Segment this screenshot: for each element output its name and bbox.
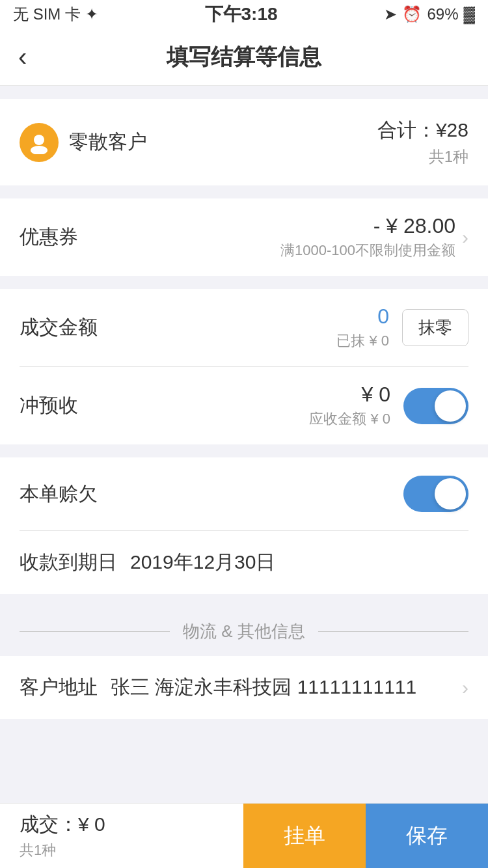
customer-row: 零散客户 合计：¥28 共1种 (0, 99, 488, 185)
chevron-right-icon: › (462, 226, 468, 249)
status-time: 下午3:18 (205, 2, 278, 27)
prepay-row: 冲预收 ¥ 0 应收金额 ¥ 0 (0, 367, 488, 444)
coupon-section: 优惠券 - ¥ 28.00 满1000-100不限制使用金额 › (0, 198, 488, 276)
deal-sub-text: 已抹 ¥ 0 (336, 331, 389, 351)
total-amount: 合计：¥28 (377, 117, 468, 144)
bottom-summary: 成交：¥ 0 共1种 (0, 811, 243, 860)
due-date-value: 2019年12月30日 (130, 549, 275, 576)
coupon-row[interactable]: 优惠券 - ¥ 28.00 满1000-100不限制使用金额 › (0, 198, 488, 276)
alarm-icon: ⏰ (402, 5, 422, 23)
debt-label: 本单赊欠 (20, 481, 98, 508)
bottom-count: 共1种 (20, 841, 224, 860)
header-line-right (318, 631, 468, 632)
bottom-bar: 成交：¥ 0 共1种 挂单 保存 (0, 803, 488, 868)
bottom-deal-amount: 成交：¥ 0 (20, 811, 224, 838)
debt-toggle-knob (435, 478, 466, 509)
back-button[interactable]: ‹ (18, 42, 27, 72)
customer-section: 零散客户 合计：¥28 共1种 (0, 99, 488, 185)
debt-toggle[interactable] (403, 476, 468, 512)
nav-bar: ‹ 填写结算等信息 (0, 29, 488, 86)
customer-left: 零散客户 (20, 123, 147, 162)
logistics-label: 物流 & 其他信息 (183, 620, 305, 643)
debt-section: 本单赊欠 收款到期日 2019年12月30日 (0, 457, 488, 594)
coupon-label: 优惠券 (20, 224, 78, 251)
svg-point-1 (31, 146, 47, 154)
logistics-section-header: 物流 & 其他信息 (0, 607, 488, 656)
coupon-desc: 满1000-100不限制使用金额 (280, 241, 455, 260)
round-off-button[interactable]: 抹零 (402, 309, 468, 346)
deal-right: 0 已抹 ¥ 0 抹零 (336, 305, 468, 351)
status-bar: 无 SIM 卡 ✦ 下午3:18 ➤ ⏰ 69% ▓ (0, 0, 488, 29)
status-left: 无 SIM 卡 ✦ (13, 4, 98, 25)
coupon-right: - ¥ 28.00 满1000-100不限制使用金额 › (280, 214, 468, 260)
bottom-deal-label: 成交： (20, 813, 78, 835)
prepay-amount-wrap: ¥ 0 应收金额 ¥ 0 (309, 383, 390, 429)
deal-amount-label: 成交金额 (20, 314, 98, 341)
coupon-value: - ¥ 28.00 满1000-100不限制使用金额 (280, 214, 455, 260)
save-button[interactable]: 保存 (366, 804, 488, 868)
due-date-label: 收款到期日 (20, 549, 117, 576)
prepay-right: ¥ 0 应收金额 ¥ 0 (309, 383, 468, 429)
deal-amount-row: 成交金额 0 已抹 ¥ 0 抹零 (0, 289, 488, 366)
address-row[interactable]: 客户地址 张三 海淀永丰科技园 11111111111 › (0, 656, 488, 719)
battery-text: 69% (427, 5, 458, 23)
prepay-toggle[interactable] (403, 388, 468, 424)
signal-text: 无 SIM 卡 ✦ (13, 4, 98, 25)
location-icon: ➤ (384, 5, 397, 23)
header-line-left (20, 631, 170, 632)
status-right: ➤ ⏰ 69% ▓ (384, 5, 475, 23)
svg-point-0 (34, 135, 44, 145)
coupon-amount: - ¥ 28.00 (280, 214, 455, 238)
prepay-sub-text: 应收金额 ¥ 0 (309, 409, 390, 429)
address-section: 客户地址 张三 海淀永丰科技园 11111111111 › (0, 656, 488, 719)
page-title: 填写结算等信息 (167, 42, 321, 72)
pending-button[interactable]: 挂单 (243, 804, 366, 868)
customer-name: 零散客户 (69, 129, 147, 156)
toggle-knob (435, 390, 466, 422)
debt-row: 本单赊欠 (0, 457, 488, 530)
deal-amount-value: 0 (336, 305, 389, 329)
prepay-label: 冲预收 (20, 392, 78, 419)
avatar (20, 123, 59, 162)
address-chevron-icon: › (462, 677, 468, 699)
due-date-row: 收款到期日 2019年12月30日 (0, 531, 488, 594)
deal-section: 成交金额 0 已抹 ¥ 0 抹零 冲预收 ¥ 0 应收金额 ¥ 0 (0, 289, 488, 444)
customer-right: 合计：¥28 共1种 (377, 117, 468, 167)
address-label: 客户地址 (20, 674, 98, 701)
address-value: 张三 海淀永丰科技园 11111111111 (111, 674, 462, 701)
prepay-amount: ¥ 0 (309, 383, 390, 407)
bottom-deal-value: ¥ 0 (78, 813, 105, 835)
total-count: 共1种 (377, 146, 468, 167)
battery-icon: ▓ (463, 5, 475, 23)
deal-amount-wrap: 0 已抹 ¥ 0 (336, 305, 389, 351)
